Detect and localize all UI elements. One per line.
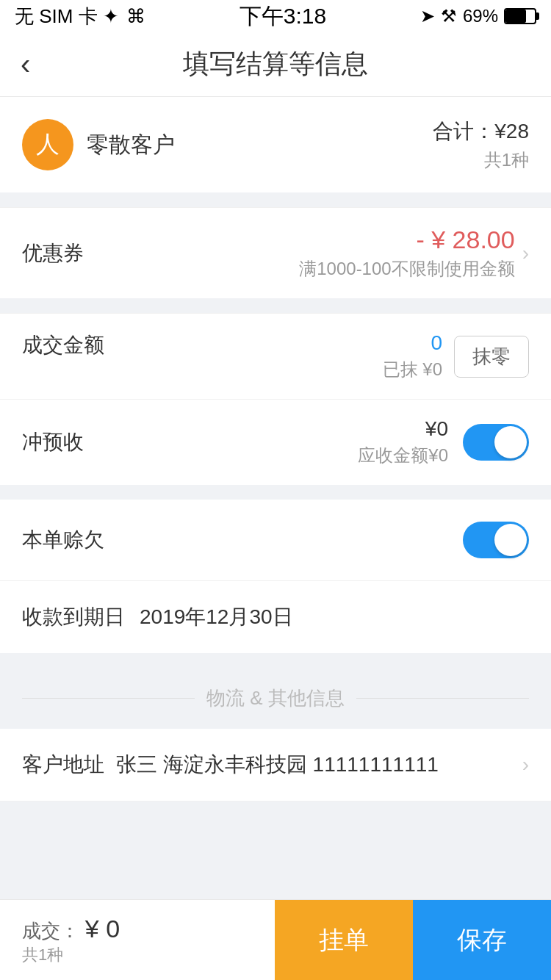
status-time: 下午3:18 bbox=[240, 1, 326, 32]
address-chevron-icon: › bbox=[522, 753, 529, 777]
status-right: ➤ ⚒ 69% bbox=[420, 6, 536, 26]
deal-prepay-section: 成交金额 0 已抹 ¥0 抹零 冲预收 ¥0 应收金额¥0 bbox=[0, 313, 551, 485]
due-date-value[interactable]: 2019年12月30日 bbox=[140, 603, 293, 631]
address-section: 客户地址 张三 海淀永丰科技园 11111111111 › bbox=[0, 729, 551, 801]
debt-toggle[interactable] bbox=[463, 522, 529, 558]
logistics-header-text: 物流 & 其他信息 bbox=[22, 685, 529, 711]
prepay-row: 冲预收 ¥0 应收金额¥0 bbox=[0, 399, 551, 485]
bottom-left: 成交： ¥ 0 共1种 bbox=[0, 915, 275, 966]
prepay-value: ¥0 bbox=[358, 417, 448, 441]
nav-bar: ‹ 填写结算等信息 bbox=[0, 32, 551, 97]
debt-row: 本单赊欠 bbox=[0, 500, 551, 580]
prepay-value-block: ¥0 应收金额¥0 bbox=[358, 417, 448, 467]
prepay-label: 冲预收 bbox=[22, 428, 84, 456]
coupon-label: 优惠券 bbox=[22, 239, 84, 267]
sim-text: 无 SIM 卡 ✦ bbox=[15, 4, 119, 29]
customer-name: 零散客户 bbox=[87, 130, 175, 160]
debt-toggle-knob bbox=[494, 524, 527, 556]
coupon-value-block: - ¥ 28.00 满1000-100不限制使用金额 bbox=[299, 226, 514, 281]
hang-button[interactable]: 挂单 bbox=[275, 900, 413, 981]
customer-total: 合计：¥28 bbox=[433, 118, 529, 145]
deal-amount-value[interactable]: 0 bbox=[431, 331, 442, 354]
toggle-knob bbox=[494, 426, 527, 458]
deal-value-block: 0 已抹 ¥0 bbox=[383, 331, 442, 381]
coupon-right: - ¥ 28.00 满1000-100不限制使用金额 › bbox=[299, 226, 529, 281]
logistics-section-header: 物流 & 其他信息 bbox=[0, 668, 551, 729]
status-left: 无 SIM 卡 ✦ ⌘ bbox=[15, 4, 145, 29]
coupon-chevron-icon: › bbox=[522, 242, 529, 265]
coupon-row[interactable]: 优惠券 - ¥ 28.00 满1000-100不限制使用金额 › bbox=[0, 207, 551, 298]
save-button[interactable]: 保存 bbox=[413, 900, 551, 981]
debt-label: 本单赊欠 bbox=[22, 526, 104, 554]
customer-section: 人 零散客户 合计：¥28 共1种 bbox=[0, 97, 551, 192]
deal-amount-label: 成交金额 bbox=[22, 331, 104, 359]
wifi-icon: ⌘ bbox=[126, 5, 145, 28]
battery-icon bbox=[504, 8, 536, 24]
battery-text: 69% bbox=[463, 6, 498, 26]
bottom-deal-label: 成交： bbox=[22, 920, 79, 942]
bottom-count: 共1种 bbox=[22, 944, 253, 966]
bottom-deal-line: 成交： ¥ 0 bbox=[22, 915, 253, 944]
deal-already-text: 已抹 ¥0 bbox=[383, 358, 442, 381]
due-date-row: 收款到期日 2019年12月30日 bbox=[0, 580, 551, 653]
coupon-section: 优惠券 - ¥ 28.00 满1000-100不限制使用金额 › bbox=[0, 207, 551, 298]
customer-right: 合计：¥28 共1种 bbox=[433, 118, 529, 172]
bottom-bar: 成交： ¥ 0 共1种 挂单 保存 bbox=[0, 899, 551, 980]
coupon-discount-value: - ¥ 28.00 bbox=[299, 226, 514, 254]
prepay-toggle[interactable] bbox=[463, 424, 529, 461]
prepay-right: ¥0 应收金额¥0 bbox=[358, 417, 529, 467]
location-icon: ➤ bbox=[420, 6, 435, 26]
due-date-label: 收款到期日 bbox=[22, 603, 125, 631]
page-title: 填写结算等信息 bbox=[183, 46, 368, 82]
coupon-sub-text: 满1000-100不限制使用金额 bbox=[299, 257, 514, 281]
alarm-icon: ⚒ bbox=[441, 6, 457, 26]
customer-count: 共1种 bbox=[433, 148, 529, 172]
prepay-sub-text: 应收金额¥0 bbox=[358, 444, 448, 467]
status-bar: 无 SIM 卡 ✦ ⌘ 下午3:18 ➤ ⚒ 69% bbox=[0, 0, 551, 32]
customer-left: 人 零散客户 bbox=[22, 119, 175, 170]
address-row[interactable]: 客户地址 张三 海淀永丰科技园 11111111111 › bbox=[0, 729, 551, 801]
avatar-icon: 人 bbox=[36, 129, 60, 161]
customer-avatar: 人 bbox=[22, 119, 73, 170]
address-value: 张三 海淀永丰科技园 11111111111 bbox=[116, 751, 439, 779]
bottom-deal-value: ¥ 0 bbox=[85, 915, 120, 943]
address-label: 客户地址 bbox=[22, 751, 104, 779]
back-button[interactable]: ‹ bbox=[21, 48, 30, 81]
deal-right: 0 已抹 ¥0 抹零 bbox=[383, 331, 529, 381]
address-left: 客户地址 张三 海淀永丰科技园 11111111111 bbox=[22, 751, 439, 779]
debt-section: 本单赊欠 收款到期日 2019年12月30日 bbox=[0, 500, 551, 653]
deal-amount-row: 成交金额 0 已抹 ¥0 抹零 bbox=[0, 313, 551, 399]
round-zero-button[interactable]: 抹零 bbox=[454, 336, 529, 378]
content-area: 人 零散客户 合计：¥28 共1种 优惠券 - ¥ 28.00 满1000-10… bbox=[0, 97, 551, 904]
customer-row: 人 零散客户 合计：¥28 共1种 bbox=[0, 97, 551, 192]
